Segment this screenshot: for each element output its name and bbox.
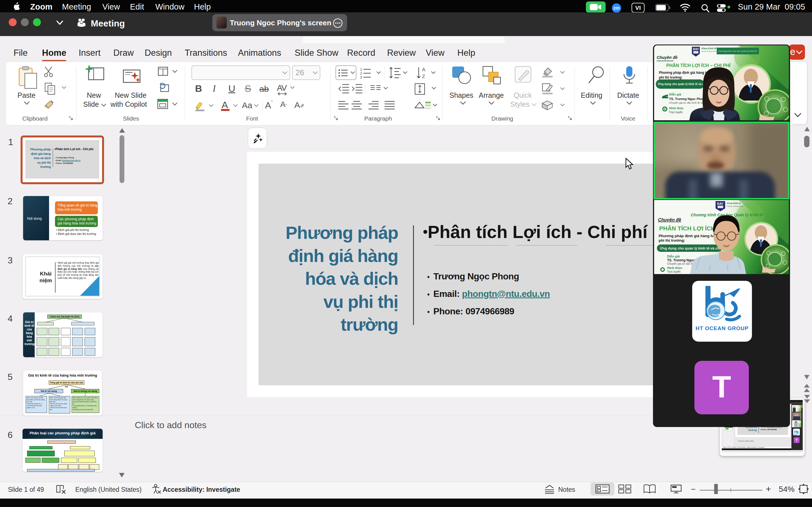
svg-text:Khoa Kinh tế: Khoa Kinh tế — [702, 47, 716, 50]
svg-text:Phương pháp định giá hàng hóa: Phương pháp định giá hàng hóa — [659, 71, 711, 75]
svg-text:A: A — [294, 101, 300, 110]
svg-text:Faculty of Economics: Faculty of Economics — [727, 205, 743, 207]
svg-text:1: 1 — [360, 67, 362, 71]
svg-text:Khoa Kinh tế: Khoa Kinh tế — [727, 202, 741, 205]
svg-text:PHÂN TÍCH LỢI ÍCH – CHI PHÍ: PHÂN TÍCH LỢI ÍCH – CHI PHÍ — [666, 63, 730, 68]
svg-text:A: A — [422, 67, 425, 72]
svg-text:phi thị trường:: phi thị trường: — [659, 75, 682, 79]
svg-text:BAV: BAV — [717, 202, 723, 205]
svg-text:TS. Trương Ngọc Phong: TS. Trương Ngọc Phong — [669, 97, 707, 101]
svg-text:Trực tuyến: Trực tuyến — [667, 270, 680, 273]
svg-text:Hình thức: Hình thức — [669, 107, 684, 110]
svg-text:Chuyên đề: Chuyên đề — [658, 217, 681, 222]
svg-text:Trực tuyến: Trực tuyến — [669, 111, 682, 114]
svg-text:phi thị trường:: phi thị trường: — [659, 238, 685, 242]
svg-text:Ứng dụng cho quản lý kinh tế v: Ứng dụng cho quản lý kinh tế và chí — [658, 82, 707, 86]
svg-text:2: 2 — [360, 71, 362, 75]
svg-text:BAV: BAV — [693, 48, 699, 51]
svg-text:Diễn giả: Diễn giả — [669, 93, 681, 96]
svg-text:Faculty of Economics: Faculty of Economics — [702, 50, 716, 52]
svg-text:3: 3 — [360, 75, 362, 78]
svg-text:Chương trình Cao học Quản lý K: Chương trình Cao học Quản lý Kinh tế — [718, 50, 757, 52]
svg-text:Chuyên đề: Chuyên đề — [657, 55, 677, 60]
svg-text:Z: Z — [422, 74, 425, 78]
svg-text:Hình thức: Hình thức — [667, 266, 682, 270]
svg-text:Diễn giả: Diễn giả — [667, 255, 680, 258]
